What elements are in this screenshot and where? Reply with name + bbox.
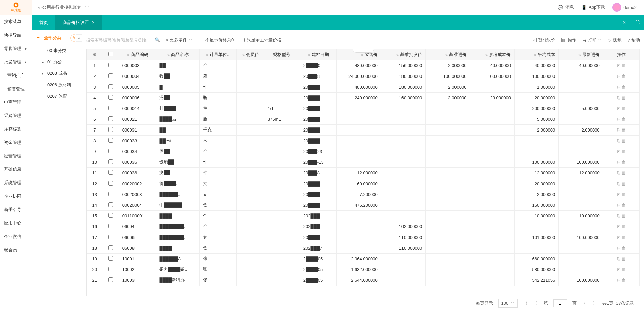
cell-latest[interactable] <box>559 253 603 264</box>
cell-latest[interactable] <box>559 135 603 146</box>
row-checkbox[interactable] <box>108 73 113 78</box>
hide-zero-input[interactable] <box>199 38 203 42</box>
cell-whole[interactable]: 160.000000 <box>381 92 425 103</box>
row-checkbox[interactable] <box>108 224 113 228</box>
row-checkbox[interactable] <box>108 116 113 121</box>
cell-retail[interactable]: 1,632.000000 <box>337 264 381 275</box>
cell-retail[interactable] <box>337 210 381 221</box>
cell-latest[interactable] <box>559 71 603 82</box>
table-row[interactable]: 10000003██个2████0480.000000156.0000002.0… <box>87 60 640 71</box>
cell-retail[interactable] <box>337 135 381 146</box>
cell-whole[interactable]: 180.000000 <box>381 71 425 82</box>
cell-latest[interactable]: 2.000000 <box>559 124 603 135</box>
cell-whole[interactable]: 110.000000 <box>381 232 425 243</box>
cell-latest[interactable] <box>559 146 603 157</box>
delete-icon[interactable]: 🗑 <box>621 63 626 68</box>
copy-icon[interactable]: ⎘ <box>617 149 620 154</box>
cell-retail[interactable] <box>337 232 381 243</box>
cell-avgcost[interactable]: 160.000000 <box>514 200 558 210</box>
table-row[interactable]: 6000021████品瓶375mL20████5.000000⎘🗑 <box>87 114 640 124</box>
delete-icon[interactable]: 🗑 <box>621 246 626 251</box>
table-row[interactable]: 30000005█件20████480.000000180.0000002.00… <box>87 82 640 92</box>
row-checkbox[interactable] <box>108 106 113 110</box>
tree-node[interactable]: ▸0203 成品 <box>32 68 82 79</box>
cell-latest[interactable] <box>559 200 603 210</box>
cell-whole[interactable] <box>381 167 425 178</box>
row-checkbox[interactable] <box>108 63 113 67</box>
cell-inbase[interactable]: 3.000000 <box>426 92 470 103</box>
row-checkbox[interactable] <box>108 245 113 250</box>
row-checkbox[interactable] <box>108 127 113 132</box>
copy-icon[interactable]: ⎘ <box>617 256 620 261</box>
header-avgcost[interactable]: ⇅平均成本 <box>514 49 558 60</box>
sidebar-item[interactable]: 搜索菜单 <box>0 15 32 29</box>
cell-avgcost[interactable]: 200.000000 <box>514 103 558 114</box>
cell-latest[interactable]: 100.000000 <box>559 232 603 243</box>
table-row[interactable]: 9000034奥██个20███23⎘🗑 <box>87 146 640 157</box>
delete-icon[interactable]: 🗑 <box>621 267 626 272</box>
cell-latest[interactable]: 100.000000 <box>559 275 603 286</box>
cell-latest[interactable] <box>559 264 603 275</box>
row-checkbox[interactable] <box>108 256 113 261</box>
row-checkbox[interactable] <box>108 202 113 207</box>
cell-latest[interactable] <box>559 178 603 189</box>
cell-retail[interactable]: 2,544.000000 <box>337 275 381 286</box>
cell-refcost[interactable]: 100.000000 <box>470 71 514 82</box>
cell-retail[interactable]: 24,000.000000 <box>337 71 381 82</box>
row-checkbox[interactable] <box>108 213 113 218</box>
cell-avgcost[interactable] <box>514 243 558 253</box>
cell-inbase[interactable] <box>426 103 470 114</box>
cell-latest[interactable]: 10.000000 <box>559 210 603 221</box>
delete-icon[interactable]: 🗑 <box>621 235 626 240</box>
copy-icon[interactable]: ⎘ <box>617 127 620 133</box>
cell-latest[interactable] <box>559 243 603 253</box>
tab-price-settings[interactable]: 商品价格设置 ✕ <box>55 15 102 30</box>
tab-close-all[interactable]: ✕ <box>617 15 631 30</box>
delete-icon[interactable]: 🗑 <box>621 160 626 165</box>
print-dropdown[interactable]: 🖨打印﹀ <box>582 37 602 43</box>
cell-whole[interactable]: 102.000000 <box>381 221 425 232</box>
cell-whole[interactable]: 110.000000 <box>381 243 425 253</box>
sidebar-item[interactable]: 电商管理 <box>0 96 32 109</box>
table-row[interactable]: 1706006████████..套20████110.000000101.00… <box>87 232 640 243</box>
cell-avgcost[interactable] <box>514 135 558 146</box>
sidebar-item[interactable]: 企业协同 <box>0 190 32 203</box>
cell-avgcost[interactable]: 1.000000 <box>514 82 558 92</box>
cell-inbase[interactable] <box>426 221 470 232</box>
copy-icon[interactable]: ⎘ <box>617 192 620 197</box>
header-spec[interactable]: 规格型号 <box>264 49 300 60</box>
cell-avgcost[interactable]: 2.000000 <box>514 189 558 200</box>
sidebar-item[interactable]: 系统管理 <box>0 176 32 190</box>
cell-avgcost[interactable]: 20.000000 <box>514 92 558 103</box>
cell-retail[interactable] <box>337 221 381 232</box>
cell-refcost[interactable] <box>470 275 514 286</box>
table-row[interactable]: 2010002扬力████铝..张2████051,632.000000580.… <box>87 264 640 275</box>
row-checkbox[interactable] <box>108 170 113 175</box>
copy-icon[interactable]: ⎘ <box>617 181 620 186</box>
cell-avgcost[interactable]: 40.000000 <box>514 60 558 71</box>
table-row[interactable]: 8000033██est米20████⎘🗑 <box>87 135 640 146</box>
cell-inbase[interactable] <box>426 178 470 189</box>
table-row[interactable]: 11000036测██件20███812.00000012.00000012.0… <box>87 167 640 178</box>
sidebar-item[interactable]: 应用中心 <box>0 216 32 230</box>
delete-icon[interactable]: 🗑 <box>621 149 626 154</box>
cell-whole[interactable] <box>381 210 425 221</box>
delete-icon[interactable]: 🗑 <box>621 85 626 90</box>
cell-whole[interactable] <box>381 189 425 200</box>
delete-icon[interactable]: 🗑 <box>621 117 626 122</box>
cell-avgcost[interactable] <box>514 221 558 232</box>
header-latest[interactable]: ⇅最新进价 <box>559 49 603 60</box>
cell-retail[interactable]: 60.000000 <box>337 178 381 189</box>
operations-dropdown[interactable]: ▦操作 <box>561 37 576 43</box>
sidebar-item[interactable]: 采购管理 <box>0 109 32 122</box>
cell-whole[interactable] <box>381 200 425 210</box>
table-row[interactable]: 10000035玻璃██件20███-13100.000000100.00000… <box>87 157 640 167</box>
sidebar-subitem[interactable]: 营销推广 <box>0 69 32 82</box>
app-download-link[interactable]: 📱 App下载 <box>581 4 605 10</box>
header-inbase[interactable]: ⇅基准进价 <box>426 49 470 60</box>
header-member[interactable]: ⇅会员价 <box>237 49 264 60</box>
cell-inbase[interactable] <box>426 124 470 135</box>
cell-refcost[interactable] <box>470 114 514 124</box>
cell-latest[interactable] <box>559 114 603 124</box>
header-settings[interactable]: ⚙ <box>87 49 103 60</box>
